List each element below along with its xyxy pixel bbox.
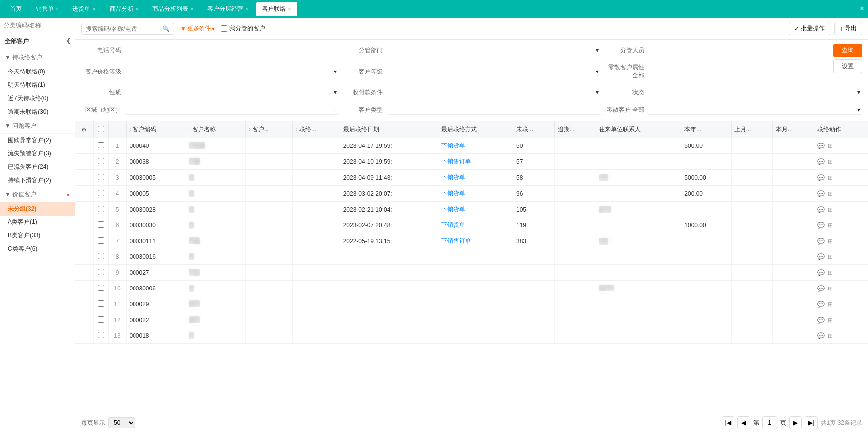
chat-icon[interactable]: 💬 <box>817 269 825 276</box>
row-check[interactable] <box>93 138 108 154</box>
close-all-icon[interactable]: × <box>860 4 864 13</box>
apps-icon[interactable]: ⊞ <box>828 332 833 339</box>
person-select[interactable]: ··· <box>648 46 862 55</box>
tab-analysis[interactable]: 商品分析 × <box>104 2 144 16</box>
reset-button[interactable]: 设置 <box>833 59 862 73</box>
col-check-all[interactable] <box>93 121 108 138</box>
all-customers-header[interactable]: 全部客户 《 <box>0 33 75 50</box>
col-uncontacted[interactable]: 未联... <box>513 121 554 138</box>
row-check[interactable] <box>93 154 108 170</box>
apps-icon[interactable]: ⊞ <box>828 158 833 165</box>
row-method-link[interactable]: 下销货单 <box>441 174 465 181</box>
retail-attr-select[interactable] <box>648 67 862 76</box>
more-conditions-btn[interactable]: ▼ 更多条件 <box>180 24 215 33</box>
col-last-month[interactable]: 上月... <box>731 121 773 138</box>
col-this-year[interactable]: 本年... <box>681 121 731 138</box>
row-check[interactable] <box>93 186 108 202</box>
col-last-date[interactable]: 最后联络日期 <box>340 121 438 138</box>
apps-icon[interactable]: ⊞ <box>828 301 833 308</box>
price-level-select[interactable] <box>125 67 339 76</box>
col-customer-name[interactable]: : 客户名称 <box>186 121 245 138</box>
row-check[interactable] <box>93 328 108 344</box>
row-check[interactable] <box>93 217 108 233</box>
sidebar-item-ungrouped[interactable]: 未分组(32) <box>0 202 75 216</box>
apps-icon[interactable]: ⊞ <box>828 222 833 229</box>
sidebar-item-churn-warning[interactable]: 流失预警客户(3) <box>0 147 75 160</box>
tab-home[interactable]: 首页 <box>4 2 28 16</box>
sidebar-item-7days[interactable]: 近7天待联络(0) <box>0 92 75 105</box>
first-page-btn[interactable]: |◀ <box>722 416 734 429</box>
my-customers-check[interactable] <box>221 25 227 32</box>
col-unit-contact[interactable]: 往来单位联系人 <box>596 121 681 138</box>
filter-search-icon[interactable]: 🔍 <box>162 25 170 32</box>
col-last-method[interactable]: 最后联络方式 <box>438 121 513 138</box>
sidebar-item-churned[interactable]: 已流失客户(24) <box>0 160 75 174</box>
row-check[interactable] <box>93 202 108 217</box>
chat-icon[interactable]: 💬 <box>817 158 825 165</box>
tab-purchase[interactable]: 进货单 × <box>67 2 101 16</box>
chat-icon[interactable]: 💬 <box>817 190 825 197</box>
tab-customer-segment[interactable]: 客户分层经营 × <box>201 2 254 16</box>
row-check[interactable] <box>93 296 108 312</box>
my-customers-checkbox[interactable]: 我分管的客户 <box>221 24 265 33</box>
row-check[interactable] <box>93 281 108 296</box>
sidebar-item-b-class[interactable]: B类客户(33) <box>0 229 75 242</box>
nature-select[interactable] <box>125 88 339 97</box>
col-this-month[interactable]: 本月... <box>773 121 814 138</box>
chat-icon[interactable]: 💬 <box>817 238 825 245</box>
row-method-link[interactable]: 下销货单 <box>441 221 465 228</box>
prev-page-btn[interactable]: ◀ <box>737 416 750 429</box>
sidebar-search-input[interactable] <box>4 22 75 29</box>
region-select[interactable]: ··· <box>125 105 339 115</box>
col-overdue[interactable]: 逾期... <box>554 121 596 138</box>
row-check[interactable] <box>93 249 108 265</box>
apps-icon[interactable]: ⊞ <box>828 143 833 149</box>
check-all-checkbox[interactable] <box>98 126 104 132</box>
next-page-btn[interactable]: ▶ <box>789 416 802 429</box>
last-page-btn[interactable]: ▶| <box>805 416 818 429</box>
apps-icon[interactable]: ⊞ <box>828 174 833 181</box>
export-button[interactable]: ↑ 导出 <box>834 22 862 35</box>
close-analysis-list-tab[interactable]: × <box>190 6 193 12</box>
chat-icon[interactable]: 💬 <box>817 301 825 308</box>
apps-icon[interactable]: ⊞ <box>828 253 833 260</box>
filter-search-input[interactable] <box>86 25 160 32</box>
row-check[interactable] <box>93 265 108 281</box>
col-customer-code[interactable]: : 客户编码 <box>126 121 186 138</box>
apps-icon[interactable]: ⊞ <box>828 190 833 197</box>
customer-type-input[interactable] <box>387 105 601 115</box>
phone-input[interactable] <box>125 46 339 55</box>
close-sales-tab[interactable]: × <box>56 6 59 12</box>
apps-icon[interactable]: ⊞ <box>828 238 833 245</box>
apps-icon[interactable]: ⊞ <box>828 285 833 292</box>
col-customer-type[interactable]: : 客户... <box>245 121 292 138</box>
sidebar-item-overdue[interactable]: 逾期未联络(30) <box>0 105 75 119</box>
row-method-link[interactable]: 下销货单 <box>441 190 465 197</box>
collapse-icon[interactable]: 《 <box>64 37 70 46</box>
retail-customer-select[interactable] <box>648 105 862 115</box>
col-settings[interactable]: ⚙ <box>75 121 93 138</box>
customer-level-select[interactable] <box>387 67 601 76</box>
page-size-select[interactable]: 50 20 100 <box>108 417 135 428</box>
chat-icon[interactable]: 💬 <box>817 206 825 213</box>
chat-icon[interactable]: 💬 <box>817 253 825 260</box>
row-check[interactable] <box>93 312 108 328</box>
row-method-link[interactable]: 下销售订单 <box>441 158 471 165</box>
status-select[interactable] <box>648 88 862 97</box>
query-button[interactable]: 查询 <box>833 44 862 57</box>
sidebar-item-tomorrow[interactable]: 明天待联络(1) <box>0 78 75 92</box>
row-check[interactable] <box>93 170 108 186</box>
row-check[interactable] <box>93 233 108 249</box>
chat-icon[interactable]: 💬 <box>817 317 825 324</box>
apps-icon[interactable]: ⊞ <box>828 317 833 324</box>
tab-sales[interactable]: 销售单 × <box>30 2 65 16</box>
sidebar-item-hoarding[interactable]: 囤购异常客户(2) <box>0 134 75 147</box>
apps-icon[interactable]: ⊞ <box>828 206 833 213</box>
batch-ops-button[interactable]: ✓ 批量操作 <box>789 22 830 35</box>
page-number-input[interactable] <box>762 416 777 429</box>
apps-icon[interactable]: ⊞ <box>828 269 833 276</box>
payment-select[interactable] <box>387 88 601 97</box>
close-purchase-tab[interactable]: × <box>92 6 95 12</box>
row-method-link[interactable]: 下销货单 <box>441 142 465 149</box>
tab-analysis-list[interactable]: 商品分析列表 × <box>146 2 199 16</box>
